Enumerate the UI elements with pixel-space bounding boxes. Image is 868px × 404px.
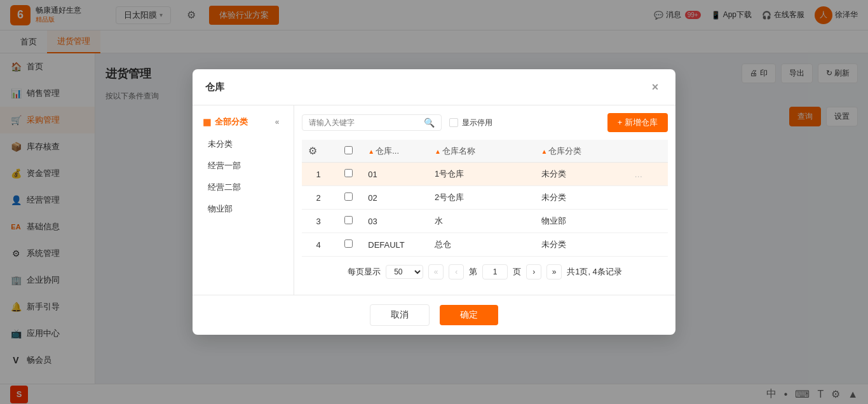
row-code: DEFAULT — [362, 233, 428, 257]
category-item-property[interactable]: 物业部 — [193, 198, 294, 220]
page-number-input[interactable] — [482, 264, 508, 279]
th-category: ▲仓库分类 — [535, 140, 628, 163]
row-idx: 4 — [302, 233, 335, 257]
total-info: 共1页, 4条记录 — [567, 266, 622, 278]
table-row: 1 01 1号仓库 未分类 … — [302, 163, 668, 186]
table-body: 1 01 1号仓库 未分类 … 2 02 2号仓 — [302, 163, 668, 257]
sort-arrow-name-icon: ▲ — [435, 148, 441, 155]
modal-overlay: 仓库 × ▦ 全部分类 « 未分类 经营一部 经营二部 物业部 — [0, 0, 868, 404]
table-row: 2 02 2号仓库 未分类 — [302, 186, 668, 210]
all-categories-label: 全部分类 — [215, 116, 248, 128]
prev-page-button[interactable]: ‹ — [449, 264, 464, 279]
row-checkbox[interactable] — [335, 163, 362, 186]
row-idx: 3 — [302, 210, 335, 233]
row-checkbox[interactable] — [335, 186, 362, 210]
row-idx: 1 — [302, 163, 335, 186]
modal-header: 仓库 × — [193, 69, 675, 105]
row-category: 未分类 — [535, 233, 628, 257]
show-disabled-checkbox[interactable] — [449, 118, 458, 127]
modal-body: ▦ 全部分类 « 未分类 经营一部 经营二部 物业部 🔍 — [193, 105, 675, 295]
modal-title: 仓库 — [205, 81, 224, 93]
search-row: 🔍 显示停用 + 新增仓库 — [302, 113, 668, 132]
row-name: 2号仓库 — [428, 186, 535, 210]
add-warehouse-button[interactable]: + 新增仓库 — [607, 113, 668, 132]
next-page-button[interactable]: › — [526, 264, 541, 279]
last-page-button[interactable]: » — [546, 264, 562, 279]
category-item-ops2[interactable]: 经营二部 — [193, 177, 294, 198]
row-name: 1号仓库 — [428, 163, 535, 186]
row-idx: 2 — [302, 186, 335, 210]
pagination-row: 每页显示 50 100 200 « ‹ 第 页 › » 共1页, 4条记录 — [302, 257, 668, 287]
search-icon: 🔍 — [424, 118, 435, 128]
row-more[interactable] — [628, 210, 668, 233]
modal-close-button[interactable]: × — [648, 79, 663, 95]
confirm-button[interactable]: 确定 — [440, 305, 498, 325]
row-name: 总仓 — [428, 233, 535, 257]
category-item-ops1[interactable]: 经营一部 — [193, 155, 294, 177]
search-input[interactable] — [309, 118, 420, 127]
row-category: 未分类 — [535, 186, 628, 210]
row-code: 02 — [362, 186, 428, 210]
th-name: ▲仓库名称 — [428, 140, 535, 163]
collapse-icon[interactable]: « — [271, 116, 283, 128]
th-more — [628, 140, 668, 163]
per-page-label: 每页显示 — [348, 266, 381, 278]
warehouse-table: ⚙ ▲仓库... ▲仓库名称 — [302, 140, 668, 257]
row-more[interactable] — [628, 233, 668, 257]
per-page-select[interactable]: 50 100 200 — [386, 265, 423, 279]
sort-arrow-icon: ▲ — [368, 148, 374, 155]
category-item-unclassified[interactable]: 未分类 — [193, 133, 294, 155]
row-category: 未分类 — [535, 163, 628, 186]
row-code: 03 — [362, 210, 428, 233]
all-categories-header[interactable]: ▦ 全部分类 « — [193, 111, 294, 133]
cancel-button[interactable]: 取消 — [370, 304, 430, 326]
row-code: 01 — [362, 163, 428, 186]
table-container: ⚙ ▲仓库... ▲仓库名称 — [302, 140, 668, 257]
select-all-checkbox[interactable] — [344, 146, 353, 154]
show-disabled-label[interactable]: 显示停用 — [449, 118, 492, 128]
th-code: ▲仓库... — [362, 140, 428, 163]
modal-footer: 取消 确定 — [193, 295, 675, 335]
show-disabled-text: 显示停用 — [462, 118, 492, 128]
row-more[interactable]: … — [628, 163, 668, 186]
first-page-button[interactable]: « — [428, 264, 444, 279]
table-row: 4 DEFAULT 总仓 未分类 — [302, 233, 668, 257]
search-box: 🔍 — [302, 114, 442, 131]
grid-icon: ▦ — [203, 117, 211, 127]
row-more[interactable] — [628, 186, 668, 210]
table-row: 3 03 水 物业部 — [302, 210, 668, 233]
sort-arrow-cat-icon: ▲ — [541, 148, 548, 155]
page-unit: 页 — [513, 266, 521, 278]
warehouse-modal: 仓库 × ▦ 全部分类 « 未分类 经营一部 经营二部 物业部 — [193, 69, 675, 335]
row-checkbox[interactable] — [335, 233, 362, 257]
page-label: 第 — [469, 266, 477, 278]
table-header-row: ⚙ ▲仓库... ▲仓库名称 — [302, 140, 668, 163]
row-category: 物业部 — [535, 210, 628, 233]
row-checkbox[interactable] — [335, 210, 362, 233]
th-checkbox — [335, 140, 362, 163]
row-name: 水 — [428, 210, 535, 233]
right-panel: 🔍 显示停用 + 新增仓库 ⚙ — [294, 105, 675, 295]
th-settings: ⚙ — [302, 140, 335, 163]
category-panel: ▦ 全部分类 « 未分类 经营一部 经营二部 物业部 — [193, 105, 294, 295]
